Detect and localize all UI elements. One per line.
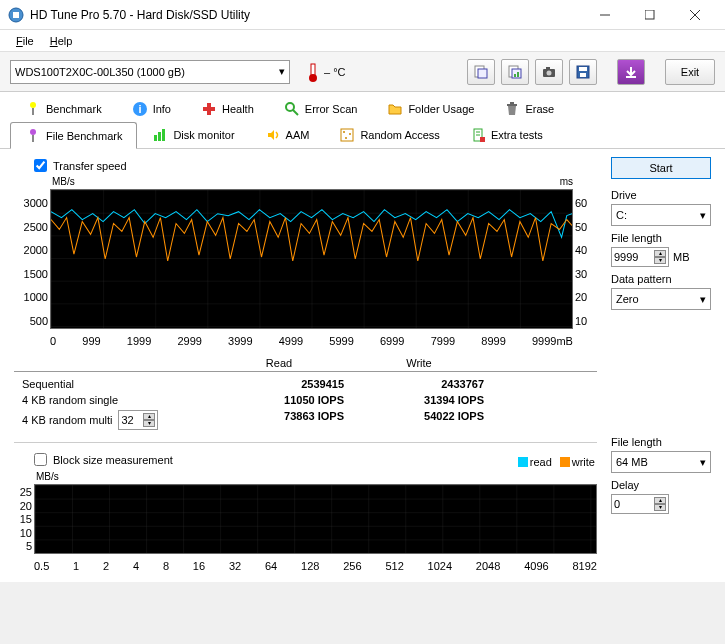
file-length-unit: MB — [673, 251, 690, 263]
copy-text-button[interactable] — [467, 59, 495, 85]
tab-disk-monitor[interactable]: Disk monitor — [137, 122, 249, 148]
svg-point-31 — [30, 129, 36, 135]
chevron-down-icon: ▾ — [700, 456, 706, 469]
drive-label: Drive — [611, 189, 711, 201]
svg-rect-22 — [32, 108, 34, 115]
svg-rect-11 — [512, 69, 521, 78]
svg-rect-16 — [546, 67, 550, 69]
file-length-spinner[interactable]: 9999 ▴▾ — [611, 247, 669, 267]
tab-random-access[interactable]: Random Access — [324, 122, 454, 148]
svg-point-21 — [30, 102, 36, 108]
menu-help[interactable]: Help — [42, 33, 81, 49]
close-button[interactable] — [672, 0, 717, 30]
start-button[interactable]: Start — [611, 157, 711, 179]
exit-button[interactable]: Exit — [665, 59, 715, 85]
maximize-button[interactable] — [627, 0, 672, 30]
transfer-speed-checkbox[interactable]: Transfer speed — [34, 159, 597, 172]
temperature-value: – °C — [324, 66, 346, 78]
drive-letter-select[interactable]: C:▾ — [611, 204, 711, 226]
thermometer-icon — [306, 62, 320, 82]
svg-rect-9 — [478, 69, 487, 78]
app-icon — [8, 7, 24, 23]
chevron-down-icon: ▾ — [279, 65, 285, 78]
svg-text:i: i — [138, 103, 141, 115]
block-legend: read write — [518, 456, 595, 468]
tab-folder-usage[interactable]: Folder Usage — [372, 96, 489, 122]
svg-line-28 — [293, 110, 298, 115]
transfer-chart-svg — [50, 189, 573, 329]
tab-error-scan[interactable]: Error Scan — [269, 96, 373, 122]
row-sequential: Sequential 2539415 2433767 — [14, 376, 597, 392]
chevron-down-icon: ▾ — [700, 293, 706, 306]
block-y-label: MB/s — [36, 471, 59, 482]
tabs: Benchmark iInfo Health Error Scan Folder… — [0, 92, 725, 149]
menubar: File Help — [0, 30, 725, 52]
svg-rect-30 — [510, 102, 514, 104]
x-axis-block: 0.512481632641282565121024204840968192 — [34, 558, 597, 574]
svg-rect-1 — [13, 12, 19, 18]
svg-rect-35 — [162, 129, 165, 141]
y-axis-left: 30002500200015001000500 — [20, 197, 48, 327]
svg-rect-34 — [158, 132, 161, 141]
col-read: Read — [214, 357, 354, 369]
data-pattern-label: Data pattern — [611, 273, 711, 285]
window-title: HD Tune Pro 5.70 - Hard Disk/SSD Utility — [30, 8, 582, 22]
tab-extra-tests[interactable]: Extra tests — [455, 122, 558, 148]
y-label-left: MB/s — [52, 176, 75, 187]
svg-rect-44 — [51, 190, 572, 328]
tab-erase[interactable]: Erase — [489, 96, 569, 122]
data-pattern-select[interactable]: Zero▾ — [611, 288, 711, 310]
copy-chart-button[interactable] — [501, 59, 529, 85]
content: Transfer speed MB/s ms 30002500200015001… — [0, 149, 725, 582]
multi-threads-spinner[interactable]: 32 ▴▾ — [118, 410, 158, 430]
save-button[interactable] — [569, 59, 597, 85]
toolbar: WDS100T2X0C-00L350 (1000 gB) ▾ – °C Exit — [0, 52, 725, 92]
row-random-multi: 4 KB random multi 32 ▴▾ 73863 IOPS 54022… — [14, 408, 597, 432]
col-write: Write — [354, 357, 494, 369]
menu-file[interactable]: File — [8, 33, 42, 49]
tab-info[interactable]: iInfo — [117, 96, 186, 122]
file-length2-label: File length — [611, 436, 711, 448]
svg-rect-19 — [580, 73, 586, 77]
svg-point-27 — [286, 103, 294, 111]
file-length-label: File length — [611, 232, 711, 244]
chevron-down-icon: ▾ — [700, 209, 706, 222]
row-random-single: 4 KB random single 11050 IOPS 31394 IOPS — [14, 392, 597, 408]
svg-rect-29 — [507, 104, 517, 106]
titlebar: HD Tune Pro 5.70 - Hard Disk/SSD Utility — [0, 0, 725, 30]
y-label-right: ms — [560, 176, 573, 187]
download-button[interactable] — [617, 59, 645, 85]
svg-rect-43 — [480, 137, 485, 142]
file-length2-select[interactable]: 64 MB▾ — [611, 451, 711, 473]
svg-rect-32 — [32, 135, 34, 142]
svg-point-15 — [547, 70, 552, 75]
svg-point-38 — [349, 133, 351, 135]
block-size-checkbox[interactable]: Block size measurement — [34, 453, 597, 466]
y-axis-right: 605040302010 — [575, 197, 593, 327]
tab-health[interactable]: Health — [186, 96, 269, 122]
tab-file-benchmark[interactable]: File Benchmark — [10, 122, 137, 149]
delay-label: Delay — [611, 479, 711, 491]
block-chart-svg — [34, 484, 597, 554]
tab-aam[interactable]: AAM — [250, 122, 325, 148]
svg-rect-3 — [645, 10, 654, 19]
svg-point-7 — [309, 74, 317, 82]
tab-benchmark[interactable]: Benchmark — [10, 96, 117, 122]
minimize-button[interactable] — [582, 0, 627, 30]
svg-rect-36 — [341, 129, 353, 141]
svg-point-39 — [345, 137, 347, 139]
delay-spinner[interactable]: 0 ▴▾ — [611, 494, 669, 514]
svg-rect-13 — [517, 72, 519, 77]
svg-rect-45 — [35, 485, 596, 553]
screenshot-button[interactable] — [535, 59, 563, 85]
svg-point-37 — [343, 131, 345, 133]
svg-rect-33 — [154, 135, 157, 141]
x-axis-transfer: 0999199929993999499959996999799989999999… — [50, 333, 573, 349]
transfer-chart: 30002500200015001000500 605040302010 — [50, 189, 573, 331]
svg-rect-26 — [203, 107, 215, 111]
temperature-display: – °C — [306, 62, 346, 82]
svg-rect-12 — [514, 74, 516, 77]
results-table: Read Write Sequential 2539415 2433767 4 … — [14, 355, 597, 432]
drive-select[interactable]: WDS100T2X0C-00L350 (1000 gB) ▾ — [10, 60, 290, 84]
block-chart: 252015105 — [34, 484, 597, 556]
